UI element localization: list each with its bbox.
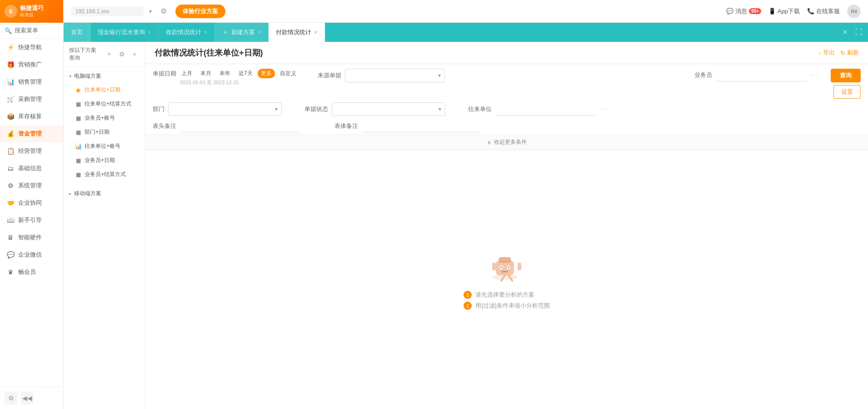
source-doc-chevron-icon: ▾	[438, 72, 441, 79]
tab-receipt-stats[interactable]: 收款情况统计 ×	[159, 23, 215, 42]
sidebar-item-marketing[interactable]: 🎁 营销推广	[0, 56, 63, 73]
topbar-gear-icon[interactable]: ⚙	[157, 5, 170, 18]
topbar-online-service[interactable]: 📞 在线客服	[807, 7, 840, 15]
sidebar-item-purchase[interactable]: 🛒 采购管理	[0, 91, 63, 108]
scheme-item-salesman-settle[interactable]: ▦ 业务员+结算方式	[64, 167, 145, 182]
scheme-settings-btn[interactable]: ⚙	[117, 49, 127, 59]
funds-icon: 💰	[6, 130, 15, 138]
date-last-month-btn[interactable]: 上月	[178, 69, 195, 78]
scheme-section-desktop-header[interactable]: ▾ 电脑端方案	[64, 70, 145, 83]
header-note-input[interactable]	[180, 120, 298, 132]
partner-input[interactable]	[495, 103, 595, 116]
sidebar-item-enterprise[interactable]: 🤝 企业协同	[0, 194, 63, 212]
topbar-app-download[interactable]: 📱 App下载	[768, 7, 800, 15]
tab-payment-stats[interactable]: 付款情况统计 ×	[269, 23, 325, 42]
inventory-icon: 📦	[6, 112, 15, 121]
sidebar-item-label: 系统管理	[18, 182, 42, 190]
scheme-item-dept-date[interactable]: ▦ 部门+日期	[64, 125, 145, 139]
sidebar-item-label: 新手引导	[18, 216, 42, 224]
tab-receipt-stats-close[interactable]: ×	[204, 29, 207, 35]
empty-tip-1: 1 请先选择要分析的方案	[464, 291, 549, 299]
tabs-expand-btn[interactable]: ⛶	[853, 27, 864, 38]
salesman-settle-icon: ▦	[75, 171, 82, 178]
sidebar-item-guide[interactable]: 📖 新手引导	[0, 212, 63, 229]
dept-dropdown[interactable]: ▾	[168, 102, 282, 116]
tab-bank-flow[interactable]: 现金银行流水查询 ×	[90, 23, 159, 42]
salesman-input[interactable]	[716, 69, 807, 81]
export-icon: ↑	[818, 50, 822, 56]
svg-point-5	[500, 266, 502, 268]
trial-btn[interactable]: 体验行业方案	[175, 5, 225, 18]
doc-status-label: 单据状态	[304, 105, 328, 113]
scheme-item-salesman-account[interactable]: ▦ 业务员+账号	[64, 111, 145, 125]
collapse-btn[interactable]: ∧ 收起更多条件	[145, 134, 868, 150]
export-label: 导出	[823, 49, 835, 57]
empty-state: 1 请先选择要分析的方案 2 用[过滤]条件来缩小分析范围	[464, 250, 549, 310]
scheme-add-btn[interactable]: ＋	[104, 49, 114, 59]
sidebar-item-label: 库存核算	[18, 112, 42, 121]
dept-date-icon: ▦	[75, 129, 82, 136]
sidebar-item-funds[interactable]: 💰 资金管理	[0, 125, 63, 142]
tab-payment-stats-close[interactable]: ×	[314, 29, 317, 35]
scheme-item-partner-account[interactable]: 📊 往来单位+账号	[64, 139, 145, 153]
query-btn[interactable]: 查询	[831, 69, 861, 82]
sidebar-item-operations[interactable]: 📋 经营管理	[0, 142, 63, 160]
system-icon: ⚙	[6, 182, 15, 190]
body-note-input[interactable]	[362, 120, 480, 132]
scheme-collapse-btn[interactable]: «	[130, 49, 140, 59]
partner-dots[interactable]: ···	[599, 105, 608, 113]
sidebar-item-sales[interactable]: 📊 销售管理	[0, 73, 63, 91]
tab-new-scheme[interactable]: ＋ 新建方案 ×	[215, 23, 269, 42]
partner-label: 往来单位	[468, 105, 492, 113]
settings-btn[interactable]: 设置	[833, 85, 861, 99]
date-last-7-btn[interactable]: 近7天	[235, 69, 256, 78]
tabs-close-btn[interactable]: ×	[840, 27, 851, 38]
topbar-message[interactable]: 💬 消息 99+	[726, 7, 761, 15]
sidebar-item-label: 基础信息	[18, 164, 42, 172]
svg-point-6	[508, 266, 509, 268]
scheme-item-dept-date-label: 部门+日期	[85, 128, 110, 136]
sidebar-footer-collapse[interactable]: ◀◀	[21, 392, 34, 404]
sidebar-nav: ⚡ 快捷导航 🎁 营销推广 📊 销售管理 🛒 采购管理 📦 库存核算 💰 资金管…	[0, 39, 63, 387]
salesman-account-icon: ▦	[75, 115, 82, 122]
partner-date-icon: ◉	[75, 86, 82, 94]
desktop-arrow-icon: ▾	[69, 74, 71, 79]
sidebar-item-wechat[interactable]: 💬 企业微信	[0, 246, 63, 263]
topbar-chevron-icon: ▾	[149, 8, 152, 15]
tab-bank-flow-label: 现金银行流水查询	[98, 28, 145, 36]
date-custom-btn[interactable]: 自定义	[277, 69, 299, 78]
sidebar-search[interactable]: 🔍 搜索菜单	[0, 23, 63, 39]
topbar-avatar[interactable]: Rit	[847, 5, 861, 18]
search-label: 搜索菜单	[15, 26, 38, 35]
scheme-item-salesman-date[interactable]: ▦ 业务员+日期	[64, 153, 145, 167]
date-this-month-btn[interactable]: 本月	[197, 69, 215, 78]
tab-home[interactable]: 首页	[64, 23, 90, 42]
sidebar-item-member[interactable]: ♛ 畅会员	[0, 263, 63, 281]
empty-state-icon	[484, 250, 529, 286]
tab-bank-flow-close[interactable]: ×	[148, 29, 151, 35]
source-doc-dropdown[interactable]: ▾	[345, 69, 445, 82]
sidebar-item-label: 销售管理	[18, 78, 42, 86]
sidebar-item-hardware[interactable]: 🖥 智能硬件	[0, 229, 63, 246]
sidebar-item-quick-nav[interactable]: ⚡ 快捷导航	[0, 39, 63, 56]
sidebar-item-label: 企业协同	[18, 199, 42, 207]
sidebar-item-inventory[interactable]: 📦 库存核算	[0, 108, 63, 125]
scheme-item-partner-settle-label: 往来单位+结算方式	[85, 100, 131, 108]
tab-new-scheme-close[interactable]: ×	[258, 29, 261, 35]
export-btn[interactable]: ↑ 导出	[818, 49, 835, 57]
doc-status-dropdown[interactable]: ▾	[332, 102, 445, 116]
sidebar-footer-settings[interactable]: ⚙	[5, 392, 17, 404]
sidebar-item-basic-info[interactable]: 🗂 基础信息	[0, 160, 63, 177]
date-more-btn[interactable]: 更多	[258, 69, 275, 78]
app-download-icon: 📱	[768, 8, 776, 15]
date-this-year-btn[interactable]: 本年	[216, 69, 234, 78]
scheme-item-partner-settle[interactable]: ▦ 往来单位+结算方式	[64, 97, 145, 111]
online-service-icon: 📞	[807, 8, 814, 15]
sidebar-item-system[interactable]: ⚙ 系统管理	[0, 177, 63, 194]
sales-icon: 📊	[6, 78, 15, 86]
scheme-item-partner-date[interactable]: ◉ 往来单位+日期	[64, 83, 145, 97]
refresh-btn[interactable]: ↻ 刷新	[840, 49, 859, 57]
scheme-section-mobile-header[interactable]: ▸ 移动端方案	[64, 187, 145, 200]
salesman-dots[interactable]: ···	[810, 71, 819, 79]
sidebar-header: 6 畅捷通巧 标准版	[0, 0, 63, 23]
